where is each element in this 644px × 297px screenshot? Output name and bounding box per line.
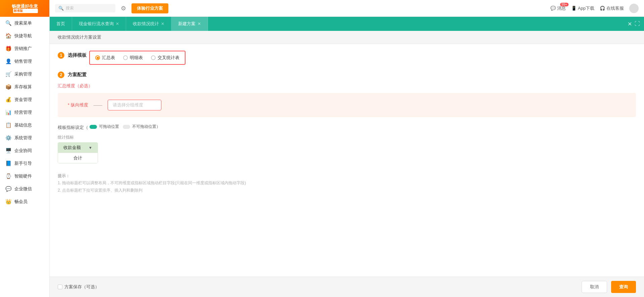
page-breadcrumb: 收款情况统计方案设置 xyxy=(50,31,644,44)
gear-icon: ⚙️ xyxy=(5,135,12,141)
sidebar-item-system[interactable]: ⚙️ 系统管理 xyxy=(0,132,49,144)
sidebar-item-label: 智能硬件 xyxy=(14,173,32,179)
radio-detail-label: 明细表 xyxy=(130,55,143,61)
headset-icon: 🎧 xyxy=(600,6,605,11)
dimension-row: * 纵向维度 —— 请选择分组维度 xyxy=(68,100,626,110)
logo-text: 畅捷通好生意 xyxy=(12,4,38,9)
dimension-group-label: 汇总维度（必选） xyxy=(58,83,636,89)
sidebar-item-operation[interactable]: 📊 经营管理 xyxy=(0,106,49,119)
tab-new-plan[interactable]: 新建方案 ✕ xyxy=(171,17,208,31)
tab-new-plan-close[interactable]: ✕ xyxy=(198,21,201,26)
breadcrumb-text: 收款情况统计方案设置 xyxy=(58,35,101,40)
sidebar-item-finance[interactable]: 💰 资金管理 xyxy=(0,93,49,106)
home-icon: 🏠 xyxy=(5,33,12,39)
notification-icon: 💬 xyxy=(550,6,556,11)
non-draggable-badge: 不可拖动位置） xyxy=(123,124,160,130)
indicator-header: 模板指标设定（ 可拖动位置 不可拖动位置） xyxy=(58,124,636,131)
radio-summary-dot xyxy=(97,57,99,59)
section2-header: 2 方案配置 xyxy=(58,71,636,78)
tab-home[interactable]: 首页 xyxy=(50,17,72,31)
footer-buttons: 取消 查询 xyxy=(582,281,636,293)
sidebar-item-label: 搜索菜单 xyxy=(14,20,32,26)
query-button[interactable]: 查询 xyxy=(611,281,636,293)
sidebar-item-quick-nav[interactable]: 🏠 快捷导航 xyxy=(0,30,49,42)
stat-table-header[interactable]: 收款金额 ▼ xyxy=(58,143,98,153)
monitor-icon: 🖥️ xyxy=(5,148,12,154)
tab-bar: 首页 现金银行流水查询 ✕ 收款情况统计 ✕ 新建方案 ✕ ✕ ⛶ xyxy=(50,17,644,31)
save-option[interactable]: 方案保存（可选） xyxy=(58,284,99,290)
book-icon: 📘 xyxy=(5,160,12,166)
tab-bank-flow-label: 现金银行流水查询 xyxy=(79,21,114,27)
download-label: App下载 xyxy=(578,5,594,11)
radio-cross-label: 交叉统计表 xyxy=(158,55,179,61)
section-template: 1 选择模板 汇总表 明细表 xyxy=(58,51,636,65)
user-avatar[interactable] xyxy=(629,4,639,13)
cancel-button[interactable]: 取消 xyxy=(582,281,607,293)
save-option-label: 方案保存（可选） xyxy=(64,284,99,290)
close-window-icon[interactable]: ✕ xyxy=(628,21,632,27)
service-label: 在线客服 xyxy=(606,5,624,11)
tab-receivable-stat-close[interactable]: ✕ xyxy=(161,21,164,26)
sidebar-item-label: 经营管理 xyxy=(14,109,32,115)
topbar-right: 💬 消息 99+ 📱 App下载 🎧 在线客服 xyxy=(550,4,639,13)
tips-label: 提示： xyxy=(58,174,70,178)
service-item[interactable]: 🎧 在线客服 xyxy=(600,5,624,11)
radio-summary[interactable]: 汇总表 xyxy=(95,55,115,61)
sidebar-item-smart-hw[interactable]: ⌚ 智能硬件 xyxy=(0,170,49,183)
radio-cross[interactable]: 交叉统计表 xyxy=(151,55,179,61)
maximize-window-icon[interactable]: ⛶ xyxy=(635,21,640,27)
sidebar-item-corp-collab[interactable]: 🖥️ 企业协同 xyxy=(0,144,49,157)
sidebar: 畅捷通好生意 标准版 🔍 搜索菜单 🏠 快捷导航 🎁 营销推广 👤 销售管理 🛒… xyxy=(0,0,50,297)
tab-receivable-stat[interactable]: 收款情况统计 ✕ xyxy=(126,17,171,31)
sidebar-item-label: 资金管理 xyxy=(14,97,32,103)
section1-header-inner: 1 选择模板 xyxy=(58,52,87,59)
dimension-input[interactable]: 请选择分组维度 xyxy=(108,100,161,110)
box-icon: 📦 xyxy=(5,84,12,90)
save-checkbox[interactable] xyxy=(58,285,62,289)
sidebar-item-inventory[interactable]: 📦 库存核算 xyxy=(0,81,49,93)
sidebar-item-search-menu[interactable]: 🔍 搜索菜单 xyxy=(0,17,49,30)
draggable-toggle-on xyxy=(90,125,97,129)
stat-table-cell-total: 合计 xyxy=(58,153,98,163)
watch-icon: ⌚ xyxy=(5,173,12,179)
non-draggable-toggle xyxy=(123,125,130,129)
sidebar-item-sales[interactable]: 👤 销售管理 xyxy=(0,55,49,68)
chart-icon: 📊 xyxy=(5,109,12,115)
chevron-down-icon[interactable]: ▼ xyxy=(89,146,92,150)
radio-detail[interactable]: 明细表 xyxy=(123,55,143,61)
arrow-icon: —— xyxy=(94,103,102,108)
dimension-group-label-text: 汇总维度（必选） xyxy=(58,83,93,88)
sidebar-item-corp-wechat[interactable]: 💬 企业微信 xyxy=(0,183,49,195)
radio-summary-label: 汇总表 xyxy=(102,55,115,61)
notification-item[interactable]: 💬 消息 99+ xyxy=(550,5,566,11)
download-icon: 📱 xyxy=(571,6,577,11)
search-box[interactable]: 🔍 搜索 xyxy=(55,4,115,12)
tips-section: 提示： 1. 拖动标题栏可以调整布局，不可跨维度或指标区域拖动栏目字段(只能在同… xyxy=(58,172,636,194)
clipboard-icon: 📋 xyxy=(5,122,12,128)
section2-num: 2 xyxy=(58,71,64,78)
radio-summary-circle xyxy=(95,55,100,60)
topbar: 🔍 搜索 ⚙ 体验行业方案 💬 消息 99+ 📱 App下载 🎧 在线客服 xyxy=(50,0,644,17)
section1-title: 选择模板 xyxy=(68,52,87,58)
tab-bank-flow-close[interactable]: ✕ xyxy=(116,21,119,26)
tab-new-plan-label: 新建方案 xyxy=(178,21,196,27)
vertical-dimension-label: * 纵向维度 xyxy=(68,102,88,108)
stat-table-header-inner: 收款金额 ▼ xyxy=(63,145,92,151)
sidebar-item-label: 企业协同 xyxy=(14,148,32,154)
download-item[interactable]: 📱 App下载 xyxy=(571,5,594,11)
stat-column-label: 收款金额 xyxy=(63,145,81,151)
crown-icon: 👑 xyxy=(5,199,12,205)
sidebar-item-marketing[interactable]: 🎁 营销推广 xyxy=(0,42,49,55)
main-area: 🔍 搜索 ⚙ 体验行业方案 💬 消息 99+ 📱 App下载 🎧 在线客服 首页 xyxy=(50,0,644,297)
sidebar-item-member[interactable]: 👑 畅会员 xyxy=(0,195,49,208)
sidebar-item-purchase[interactable]: 🛒 采购管理 xyxy=(0,68,49,81)
section1-header: 1 选择模板 汇总表 明细表 xyxy=(58,51,636,65)
trial-button[interactable]: 体验行业方案 xyxy=(131,3,168,13)
sidebar-item-guide[interactable]: 📘 新手引导 xyxy=(0,157,49,170)
sidebar-item-label: 基础信息 xyxy=(14,122,32,128)
settings-icon[interactable]: ⚙ xyxy=(121,5,126,12)
tab-bank-flow[interactable]: 现金银行流水查询 ✕ xyxy=(72,17,126,31)
window-controls: ✕ ⛶ xyxy=(628,21,644,27)
sidebar-item-basic-info[interactable]: 📋 基础信息 xyxy=(0,119,49,132)
tab-home-label: 首页 xyxy=(56,21,65,27)
